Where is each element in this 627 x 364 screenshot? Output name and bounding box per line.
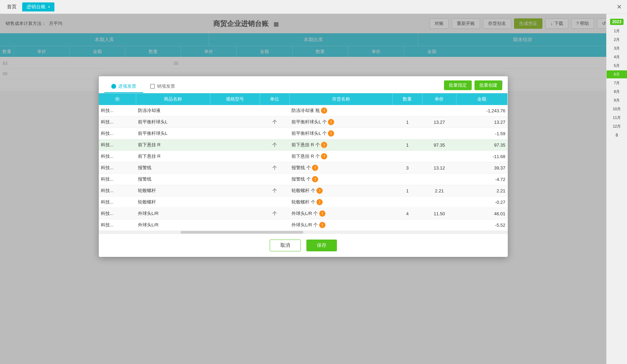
- modal-close-button[interactable]: ×: [500, 80, 504, 86]
- table-row[interactable]: 科技... 轮毂螺杆 个 轮毂螺杆 个 ! 1 2.21 2.21: [99, 185, 508, 197]
- cell-spec-0: [210, 105, 260, 116]
- cell-unit-5: 个: [260, 162, 289, 174]
- cell-price-0: [422, 105, 456, 116]
- month-2[interactable]: 2月: [607, 36, 627, 44]
- month-6[interactable]: 6月: [607, 70, 627, 79]
- table-row[interactable]: 科技... 前下悬挂 R 前下悬挂 R 个 ! -11.68: [99, 151, 508, 162]
- month-10[interactable]: 10月: [607, 105, 627, 113]
- modal-header: 进项发票 销项发票 批量指定 批量创建 ×: [99, 76, 508, 93]
- tab-close-icon[interactable]: ×: [48, 5, 50, 9]
- cell-goods-5: 报警线: [136, 162, 210, 174]
- tab-out-icon: [150, 84, 155, 89]
- tab-label: 进销台账: [26, 4, 46, 10]
- month-7[interactable]: 7月: [607, 79, 627, 87]
- col-header-spec: 规格型号: [210, 93, 260, 105]
- modal-header-actions: 批量指定 批量创建: [444, 80, 502, 93]
- cell-name-9: 科技...: [99, 208, 136, 219]
- table-row[interactable]: 科技... 报警线 个 报警线 个 ! 3 13.12 39.37: [99, 162, 508, 174]
- cell-goods-8: 轮毂螺杆: [136, 197, 210, 208]
- month-3[interactable]: 3月: [607, 44, 627, 53]
- save-button[interactable]: 保存: [306, 240, 337, 251]
- cell-inventory-7: 轮毂螺杆 个 !: [289, 185, 392, 197]
- modal-scrollbar[interactable]: [99, 231, 508, 234]
- tab-in-invoice[interactable]: 进项发票: [104, 80, 143, 93]
- cell-inventory-6: 报警线 个 !: [289, 174, 392, 185]
- warning-icon-6: !: [312, 176, 318, 182]
- month-4[interactable]: 4月: [607, 53, 627, 61]
- table-row[interactable]: 科技... 前平衡杆球头L 个 前平衡杆球头L 个 ! 1 13.27 13.2…: [99, 116, 508, 128]
- col-header-unit: 单位: [260, 93, 289, 105]
- table-row[interactable]: 科技... 前下悬挂 R 个 前下悬挂 R 个 ! 1 97.35 97.35: [99, 139, 508, 151]
- cell-inventory-0: 防冻冷却液 瓶 !: [289, 105, 392, 116]
- cell-qty-4: [393, 151, 423, 162]
- warning-icon-4: !: [321, 153, 327, 159]
- month-9[interactable]: 9月: [607, 96, 627, 105]
- month-1[interactable]: 1月: [607, 27, 627, 35]
- table-row[interactable]: 科技... 外球头L/R 外球头L/R 个 ! -5.52: [99, 219, 508, 231]
- cell-price-8: [422, 197, 456, 208]
- window-close-button[interactable]: ✕: [614, 2, 624, 12]
- col-header-amount: 金额: [456, 93, 507, 105]
- top-bar: 首页 进销台账 × ✕: [0, 0, 627, 14]
- tab-in-icon: [111, 84, 116, 89]
- cell-price-9: 11.50: [422, 208, 456, 219]
- cell-qty-5: 3: [393, 162, 423, 174]
- sidebar-number: 8: [616, 133, 618, 138]
- warning-icon-5: !: [312, 165, 318, 171]
- table-row[interactable]: 科技... 报警线 报警线 个 ! -4.72: [99, 174, 508, 185]
- cell-goods-4: 前下悬挂 R: [136, 151, 210, 162]
- cell-qty-2: [393, 128, 423, 139]
- table-row[interactable]: 科技... 轮毂螺杆 轮毂螺杆 个 ! -0.27: [99, 197, 508, 208]
- month-12[interactable]: 12月: [607, 122, 627, 131]
- cell-inventory-2: 前平衡杆球头L 个 !: [289, 128, 392, 139]
- jxtz-tab[interactable]: 进销台账 ×: [22, 2, 54, 11]
- cell-amount-0: -1,243.76: [456, 105, 507, 116]
- cell-goods-6: 报警线: [136, 174, 210, 185]
- month-11[interactable]: 11月: [607, 114, 627, 122]
- cell-unit-4: [260, 151, 289, 162]
- modal-scrollbar-thumb[interactable]: [181, 231, 303, 234]
- cell-price-2: [422, 128, 456, 139]
- cell-name-2: 科技...: [99, 128, 136, 139]
- modal-dialog: 进项发票 销项发票 批量指定 批量创建 ×: [99, 76, 508, 257]
- cancel-button[interactable]: 取消: [270, 240, 301, 251]
- cell-amount-6: -4.72: [456, 174, 507, 185]
- cell-unit-7: 个: [260, 185, 289, 197]
- cell-unit-8: [260, 197, 289, 208]
- modal-overlay: 进项发票 销项发票 批量指定 批量创建 ×: [0, 14, 606, 364]
- col-header-name: 你: [99, 93, 136, 105]
- cell-name-10: 科技...: [99, 219, 136, 231]
- cell-amount-1: 13.27: [456, 116, 507, 128]
- batch-create-button[interactable]: 批量创建: [474, 80, 502, 90]
- month-8[interactable]: 8月: [607, 88, 627, 96]
- cell-goods-0: 防冻冷却液: [136, 105, 210, 116]
- cell-spec-4: [210, 151, 260, 162]
- cell-name-1: 科技...: [99, 116, 136, 128]
- cell-unit-1: 个: [260, 116, 289, 128]
- cell-unit-3: 个: [260, 139, 289, 151]
- warning-icon-8: !: [316, 199, 323, 205]
- cell-spec-8: [210, 197, 260, 208]
- cell-name-7: 科技...: [99, 185, 136, 197]
- batch-assign-button[interactable]: 批量指定: [444, 80, 472, 90]
- tab-out-invoice[interactable]: 销项发票: [143, 80, 182, 93]
- home-tab[interactable]: 首页: [3, 2, 21, 11]
- table-row[interactable]: 科技... 前平衡杆球头L 前平衡杆球头L 个 ! -1.59: [99, 128, 508, 139]
- cell-inventory-8: 轮毂螺杆 个 !: [289, 197, 392, 208]
- warning-icon-0: !: [321, 107, 327, 114]
- table-row[interactable]: 科技... 防冻冷却液 防冻冷却液 瓶 ! -1,243.76: [99, 105, 508, 116]
- cell-goods-3: 前下悬挂 R: [136, 139, 210, 151]
- tab-in-label: 进项发票: [118, 83, 136, 89]
- modal-table: 你 商品名称 规格型号 单位 存货名称 数量 单价 金额 科技... 防冻冷却液: [99, 93, 508, 231]
- cell-inventory-1: 前平衡杆球头L 个 !: [289, 116, 392, 128]
- cell-name-6: 科技...: [99, 174, 136, 185]
- cell-amount-8: -0.27: [456, 197, 507, 208]
- main-content: 销售成本计算方法： 月平均 商贸企业进销台账 ▦ 对账 重新开账 存货别名 生成…: [0, 14, 627, 364]
- month-5[interactable]: 5月: [607, 62, 627, 70]
- table-row[interactable]: 科技... 外球头L/R 个 外球头L/R 个 ! 4 11.50 46.01: [99, 208, 508, 219]
- cell-spec-6: [210, 174, 260, 185]
- cell-unit-0: [260, 105, 289, 116]
- cell-amount-7: 2.21: [456, 185, 507, 197]
- cell-price-6: [422, 174, 456, 185]
- warning-icon-3: !: [321, 142, 327, 148]
